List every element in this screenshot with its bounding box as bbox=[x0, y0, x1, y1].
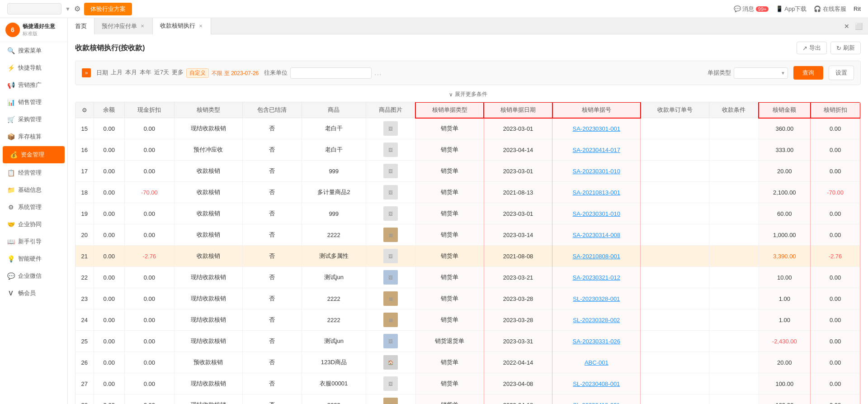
finance-icon: 💰 bbox=[10, 151, 17, 158]
top-bar-right: 💬 消息 99+ 📱 App下载 🎧 在线客服 Rit bbox=[734, 5, 861, 13]
cell-writeoff_no[interactable]: SA-20230301-001 bbox=[552, 118, 641, 139]
table-row: 270.000.00现结收款核销否衣服00001🖼销货单2023-04-08SL… bbox=[75, 373, 860, 394]
sidebar-item-system[interactable]: ⚙ 系统管理 bbox=[0, 199, 67, 216]
sidebar-label-guide: 新手引导 bbox=[18, 238, 42, 246]
close-window-icon[interactable]: ✕ bbox=[842, 21, 851, 32]
writeoff-no-link[interactable]: SL-20230328-002 bbox=[573, 317, 620, 323]
sidebar-item-quick[interactable]: ⚡ 快捷导航 bbox=[0, 59, 67, 76]
sidebar-item-sales[interactable]: 📊 销售管理 bbox=[0, 94, 67, 111]
cell-product_img: 🖼 bbox=[366, 331, 415, 352]
cell-writeoff_date: 2023-03-28 bbox=[484, 288, 552, 309]
cell-writeoff_no[interactable]: SA-20230321-012 bbox=[552, 267, 641, 288]
writeoff-no-link[interactable]: ABC-001 bbox=[585, 359, 609, 366]
cell-writeoff_no[interactable]: SA-20230314-008 bbox=[552, 224, 641, 246]
cell-balance: 0.00 bbox=[94, 161, 124, 182]
product-image: ▦ bbox=[383, 398, 398, 404]
cell-writeoff_no[interactable]: SL-20230328-002 bbox=[552, 309, 641, 331]
writeoff-no-link[interactable]: SA-20230314-008 bbox=[573, 232, 621, 238]
cell-writeoff_no[interactable]: SA-20230301-010 bbox=[552, 203, 641, 224]
date-7days[interactable]: 近7天 bbox=[154, 68, 169, 78]
cell-writeoff_discount: 0.00 bbox=[811, 267, 860, 288]
cell-writeoff_no[interactable]: SA-20210813-001 bbox=[552, 182, 641, 203]
tab-prepay[interactable]: 预付冲应付单 ✕ bbox=[94, 18, 153, 34]
writeoff-no-link[interactable]: SA-20230321-012 bbox=[573, 274, 621, 281]
writeoff-no-link[interactable]: SL-20230418-001 bbox=[573, 402, 620, 404]
writeoff-no-link[interactable]: SA-20230301-010 bbox=[573, 168, 621, 175]
cell-writeoff_discount: 0.00 bbox=[811, 161, 860, 182]
writeoff-no-link[interactable]: SA-20230301-010 bbox=[573, 210, 621, 217]
sidebar-item-inventory[interactable]: 📦 库存核算 bbox=[0, 128, 67, 145]
cell-balance: 0.00 bbox=[94, 267, 124, 288]
app-download-link[interactable]: 📱 App下载 bbox=[776, 5, 807, 13]
date-this-year[interactable]: 本年 bbox=[140, 68, 151, 78]
cell-writeoff_voucher_type: 销货单 bbox=[415, 352, 484, 373]
sidebar-item-purchase[interactable]: 🛒 采购管理 bbox=[0, 111, 67, 128]
cell-idx: 19 bbox=[75, 203, 94, 224]
search-top-input[interactable] bbox=[7, 3, 61, 14]
voucher-type-select[interactable] bbox=[734, 67, 788, 79]
system-icon: ⚙ bbox=[7, 204, 14, 211]
writeoff-no-link[interactable]: SA-20210813-001 bbox=[573, 189, 621, 196]
date-last-month[interactable]: 上月 bbox=[111, 68, 123, 78]
expand-more-bar[interactable]: ∨ 展开更多条件 bbox=[75, 90, 861, 98]
writeoff-no-link[interactable]: SA-20210808-001 bbox=[573, 253, 621, 260]
cell-product: 老白干 bbox=[302, 139, 366, 161]
refresh-button[interactable]: ↻ 刷新 bbox=[830, 42, 861, 54]
tab-writeoff[interactable]: 收款核销执行 ✕ bbox=[153, 18, 211, 34]
writeoff-no-link[interactable]: SA-20230414-017 bbox=[573, 147, 621, 153]
solution-button[interactable]: 体验行业方案 bbox=[84, 3, 132, 15]
writeoff-no-link[interactable]: SA-20230331-026 bbox=[573, 338, 621, 345]
sidebar-item-finance[interactable]: 💰 资金管理 bbox=[3, 146, 65, 163]
partner-input[interactable] bbox=[290, 67, 372, 79]
export-button[interactable]: ↗ 导出 bbox=[797, 42, 827, 54]
cell-balance: 0.00 bbox=[94, 288, 124, 309]
cell-idx: 18 bbox=[75, 182, 94, 203]
cell-cash_discount: 0.00 bbox=[124, 394, 174, 404]
cell-receipt_condition bbox=[709, 267, 759, 288]
online-service-link[interactable]: 🎧 在线客服 bbox=[814, 5, 846, 13]
sidebar-item-wechat[interactable]: 💬 企业微信 bbox=[0, 267, 67, 285]
filter-expand-button[interactable]: » bbox=[82, 68, 91, 77]
gear-col-icon[interactable]: ⚙ bbox=[82, 107, 87, 114]
cell-writeoff_no[interactable]: SL-20230418-001 bbox=[552, 394, 641, 404]
cell-writeoff_no[interactable]: SL-20230328-001 bbox=[552, 288, 641, 309]
cell-writeoff_no[interactable]: SA-20210808-001 bbox=[552, 246, 641, 267]
sidebar-item-marketing[interactable]: 📢 营销推广 bbox=[0, 76, 67, 94]
cell-product: 测试jun bbox=[302, 331, 366, 352]
settings-button[interactable]: 设置 bbox=[829, 66, 854, 80]
sidebar-item-search[interactable]: 🔍 搜索菜单 bbox=[0, 42, 67, 59]
writeoff-no-link[interactable]: SL-20230328-001 bbox=[573, 295, 620, 302]
sidebar-item-hardware[interactable]: 💡 智能硬件 bbox=[0, 250, 67, 267]
tab-writeoff-close[interactable]: ✕ bbox=[198, 23, 203, 29]
cell-writeoff_no[interactable]: SL-20230408-001 bbox=[552, 373, 641, 394]
query-button[interactable]: 查询 bbox=[793, 66, 823, 80]
cell-included: 否 bbox=[243, 246, 302, 267]
cell-writeoff_voucher_type: 销货单 bbox=[415, 182, 484, 203]
date-more[interactable]: 更多 bbox=[172, 68, 184, 78]
sidebar-item-basics[interactable]: 📁 基础信息 bbox=[0, 181, 67, 199]
writeoff-no-link[interactable]: SL-20230408-001 bbox=[573, 380, 620, 387]
cell-writeoff_no[interactable]: ABC-001 bbox=[552, 352, 641, 373]
cell-writeoff_no[interactable]: SA-20230331-026 bbox=[552, 331, 641, 352]
cell-idx: 20 bbox=[75, 224, 94, 246]
cell-writeoff_no[interactable]: SA-20230414-017 bbox=[552, 139, 641, 161]
date-this-month[interactable]: 本月 bbox=[125, 68, 137, 78]
sidebar-item-operations[interactable]: 📋 经营管理 bbox=[0, 164, 67, 181]
tab-prepay-close[interactable]: ✕ bbox=[140, 23, 145, 29]
cell-writeoff_amount: 333.00 bbox=[759, 139, 811, 161]
sidebar-item-enterprise[interactable]: 🤝 企业协同 bbox=[0, 216, 67, 233]
cell-receipt_condition bbox=[709, 139, 759, 161]
cell-writeoff_no[interactable]: SA-20230301-010 bbox=[552, 161, 641, 182]
sidebar-label-inventory: 库存核算 bbox=[18, 133, 42, 141]
cell-product_img: 🖼 bbox=[366, 203, 415, 224]
tab-home[interactable]: 首页 bbox=[68, 18, 94, 34]
cell-included: 否 bbox=[243, 373, 302, 394]
message-icon[interactable]: 💬 消息 99+ bbox=[734, 5, 769, 13]
sidebar-item-member[interactable]: V 畅会员 bbox=[0, 285, 67, 302]
sidebar-item-guide[interactable]: 📖 新手引导 bbox=[0, 233, 67, 250]
maximize-window-icon[interactable]: ⬜ bbox=[853, 21, 864, 32]
date-custom-btn[interactable]: 自定义 bbox=[186, 68, 209, 78]
cell-writeoff_date: 2021-08-08 bbox=[484, 246, 552, 267]
writeoff-no-link[interactable]: SA-20230301-001 bbox=[573, 125, 621, 132]
gear-top-icon[interactable]: ⚙ bbox=[74, 5, 80, 13]
